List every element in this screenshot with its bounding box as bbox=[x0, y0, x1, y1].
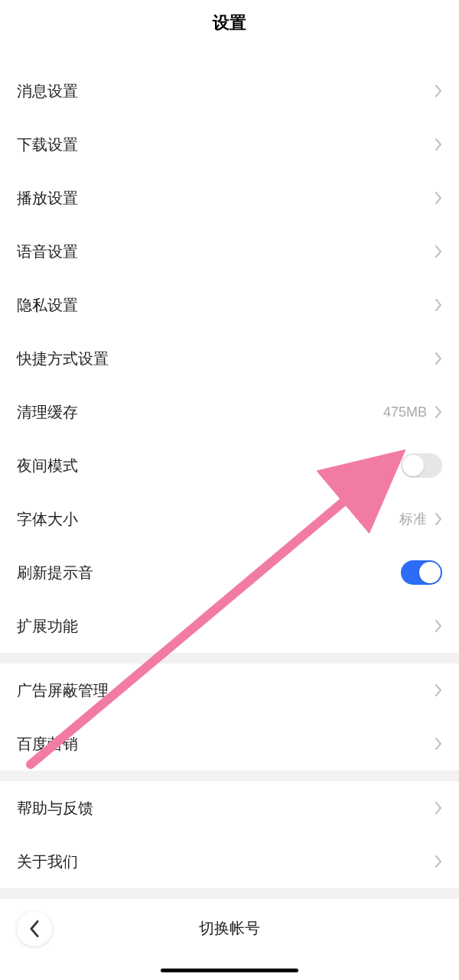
settings-row-right bbox=[435, 192, 442, 204]
chevron-right-icon bbox=[435, 352, 442, 365]
settings-row-label: 字体大小 bbox=[17, 509, 78, 530]
settings-row-right bbox=[435, 299, 442, 311]
settings-row-label: 广告屏蔽管理 bbox=[17, 680, 109, 701]
section-divider bbox=[0, 653, 459, 664]
settings-row-fontsize[interactable]: 字体大小标准 bbox=[0, 492, 459, 546]
settings-row-right bbox=[435, 620, 442, 632]
settings-row-value: 475MB bbox=[383, 404, 427, 420]
settings-row-right bbox=[435, 684, 442, 696]
chevron-right-icon bbox=[435, 738, 442, 750]
settings-row-label: 快捷方式设置 bbox=[17, 349, 109, 369]
section-divider bbox=[0, 888, 459, 899]
settings-row-right bbox=[435, 85, 442, 97]
chevron-left-icon bbox=[29, 920, 40, 937]
settings-row-shortcut[interactable]: 快捷方式设置 bbox=[0, 332, 459, 385]
settings-row-label: 扩展功能 bbox=[17, 616, 78, 637]
settings-row-right bbox=[435, 738, 442, 750]
settings-row-label: 下载设置 bbox=[17, 135, 78, 155]
settings-row-marketing[interactable]: 百度营销 bbox=[0, 717, 459, 771]
settings-row-label: 消息设置 bbox=[17, 81, 78, 102]
settings-row-label: 刷新提示音 bbox=[17, 563, 93, 583]
header: 设置 bbox=[0, 0, 459, 46]
settings-row-payment[interactable]: 支付设置 bbox=[0, 46, 459, 64]
settings-row-extend[interactable]: 扩展功能 bbox=[0, 599, 459, 653]
switch-account-label: 切换帐号 bbox=[199, 918, 260, 939]
toggle-night[interactable] bbox=[401, 453, 442, 478]
chevron-right-icon bbox=[435, 684, 442, 696]
settings-row-about[interactable]: 关于我们 bbox=[0, 835, 459, 888]
settings-row-voice[interactable]: 语音设置 bbox=[0, 225, 459, 278]
chevron-right-icon bbox=[435, 406, 442, 418]
settings-row-label: 百度营销 bbox=[17, 734, 78, 754]
settings-row-adblock[interactable]: 广告屏蔽管理 bbox=[0, 664, 459, 717]
back-button[interactable] bbox=[17, 911, 52, 946]
settings-row-value: 标准 bbox=[399, 510, 427, 528]
bottom-bar: 切换帐号 bbox=[0, 900, 459, 957]
settings-row-right bbox=[401, 560, 442, 585]
toggle-refresh[interactable] bbox=[401, 560, 442, 585]
switch-account-row[interactable]: 切换帐号 bbox=[0, 900, 459, 957]
settings-row-help[interactable]: 帮助与反馈 bbox=[0, 781, 459, 835]
settings-row-right bbox=[435, 138, 442, 151]
settings-row-cache[interactable]: 清理缓存475MB bbox=[0, 385, 459, 439]
settings-row-label: 隐私设置 bbox=[17, 295, 78, 316]
chevron-right-icon bbox=[435, 513, 442, 525]
chevron-right-icon bbox=[435, 855, 442, 868]
settings-row-download[interactable]: 下载设置 bbox=[0, 118, 459, 171]
settings-row-playback[interactable]: 播放设置 bbox=[0, 171, 459, 225]
chevron-right-icon bbox=[435, 802, 442, 814]
settings-row-label: 语音设置 bbox=[17, 242, 78, 262]
chevron-right-icon bbox=[435, 138, 442, 151]
chevron-right-icon bbox=[435, 245, 442, 258]
settings-row-night[interactable]: 夜间模式 bbox=[0, 439, 459, 492]
toggle-knob bbox=[402, 455, 424, 476]
settings-row-right: 475MB bbox=[383, 404, 442, 420]
page-title: 设置 bbox=[213, 11, 246, 34]
settings-row-label: 清理缓存 bbox=[17, 402, 78, 423]
section-divider bbox=[0, 771, 459, 781]
settings-row-label: 支付设置 bbox=[17, 46, 78, 48]
home-indicator bbox=[161, 969, 298, 972]
settings-row-label: 播放设置 bbox=[17, 188, 78, 209]
settings-row-privacy[interactable]: 隐私设置 bbox=[0, 278, 459, 332]
settings-row-label: 夜间模式 bbox=[17, 456, 78, 476]
settings-row-refresh[interactable]: 刷新提示音 bbox=[0, 546, 459, 599]
chevron-right-icon bbox=[435, 620, 442, 632]
toggle-knob bbox=[419, 562, 441, 583]
settings-row-label: 关于我们 bbox=[17, 852, 78, 872]
settings-row-message[interactable]: 消息设置 bbox=[0, 64, 459, 118]
settings-row-right: 标准 bbox=[399, 510, 442, 528]
settings-row-right bbox=[435, 352, 442, 365]
settings-row-label: 帮助与反馈 bbox=[17, 798, 93, 819]
settings-content: 支付设置消息设置下载设置播放设置语音设置隐私设置快捷方式设置清理缓存475MB夜… bbox=[0, 46, 459, 972]
settings-row-right bbox=[435, 802, 442, 814]
chevron-right-icon bbox=[435, 299, 442, 311]
chevron-right-icon bbox=[435, 192, 442, 204]
settings-row-right bbox=[401, 453, 442, 478]
settings-row-right bbox=[435, 855, 442, 868]
chevron-right-icon bbox=[435, 85, 442, 97]
settings-row-right bbox=[435, 245, 442, 258]
